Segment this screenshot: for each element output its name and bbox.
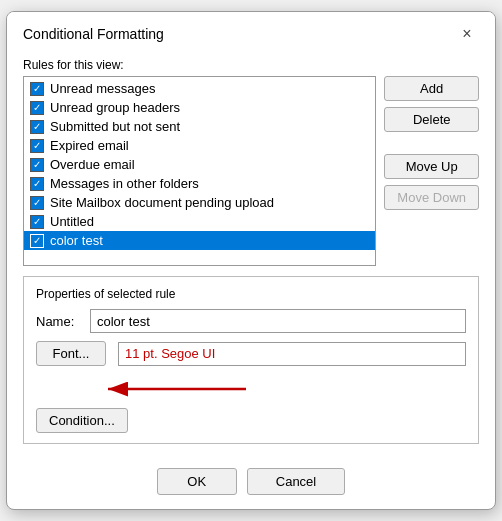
list-item-label: Overdue email — [50, 157, 135, 172]
font-row: Font... 11 pt. Segoe UI — [36, 341, 466, 366]
side-buttons: Add Delete Move Up Move Down — [384, 76, 479, 210]
checkbox-icon: ✓ — [30, 215, 44, 229]
list-item[interactable]: ✓Submitted but not sent — [24, 117, 375, 136]
checkbox-icon: ✓ — [30, 139, 44, 153]
checkbox-icon: ✓ — [30, 120, 44, 134]
name-label: Name: — [36, 314, 82, 329]
checkbox-icon: ✓ — [30, 234, 44, 248]
list-item[interactable]: ✓Site Mailbox document pending upload — [24, 193, 375, 212]
move-down-button[interactable]: Move Down — [384, 185, 479, 210]
rules-list-wrapper[interactable]: ✓Unread messages✓Unread group headers✓Su… — [23, 76, 376, 266]
font-button-label: Font... — [53, 346, 90, 361]
add-button[interactable]: Add — [384, 76, 479, 101]
font-button[interactable]: Font... — [36, 341, 106, 366]
list-item-label: Unread group headers — [50, 100, 180, 115]
dialog-title: Conditional Formatting — [23, 26, 164, 42]
checkbox-icon: ✓ — [30, 101, 44, 115]
arrow-container — [36, 374, 466, 404]
list-item[interactable]: ✓Expired email — [24, 136, 375, 155]
list-item[interactable]: ✓Untitled — [24, 212, 375, 231]
rules-section-label: Rules for this view: — [23, 58, 479, 72]
list-item-label: Messages in other folders — [50, 176, 199, 191]
list-item-label: Expired email — [50, 138, 129, 153]
cancel-button[interactable]: Cancel — [247, 468, 345, 495]
close-button[interactable]: × — [455, 22, 479, 46]
list-item[interactable]: ✓Overdue email — [24, 155, 375, 174]
dialog-content: Rules for this view: ✓Unread messages✓Un… — [7, 54, 495, 458]
list-item-label: Unread messages — [50, 81, 156, 96]
properties-title: Properties of selected rule — [36, 287, 466, 301]
condition-button-label: Condition... — [49, 413, 115, 428]
font-value-display: 11 pt. Segoe UI — [118, 342, 466, 366]
checkbox-icon: ✓ — [30, 177, 44, 191]
title-bar: Conditional Formatting × — [7, 12, 495, 54]
rules-container: ✓Unread messages✓Unread group headers✓Su… — [23, 76, 479, 266]
checkbox-icon: ✓ — [30, 196, 44, 210]
list-item[interactable]: ✓Unread messages — [24, 79, 375, 98]
name-input[interactable] — [90, 309, 466, 333]
list-item-label: Submitted but not sent — [50, 119, 180, 134]
list-item-label: Untitled — [50, 214, 94, 229]
delete-button[interactable]: Delete — [384, 107, 479, 132]
list-item[interactable]: ✓Unread group headers — [24, 98, 375, 117]
list-item-label: color test — [50, 233, 103, 248]
conditional-formatting-dialog: Conditional Formatting × Rules for this … — [6, 11, 496, 510]
properties-section: Properties of selected rule Name: Font..… — [23, 276, 479, 444]
list-item-label: Site Mailbox document pending upload — [50, 195, 274, 210]
dialog-footer: OK Cancel — [7, 458, 495, 509]
list-item[interactable]: ✓color test — [24, 231, 375, 250]
checkbox-icon: ✓ — [30, 82, 44, 96]
arrow-indicator-icon — [36, 374, 256, 404]
name-row: Name: — [36, 309, 466, 333]
list-item[interactable]: ✓Messages in other folders — [24, 174, 375, 193]
ok-button[interactable]: OK — [157, 468, 237, 495]
move-up-button[interactable]: Move Up — [384, 154, 479, 179]
rules-list: ✓Unread messages✓Unread group headers✓Su… — [24, 77, 375, 252]
checkbox-icon: ✓ — [30, 158, 44, 172]
condition-row: Condition... — [36, 408, 466, 433]
condition-button[interactable]: Condition... — [36, 408, 128, 433]
